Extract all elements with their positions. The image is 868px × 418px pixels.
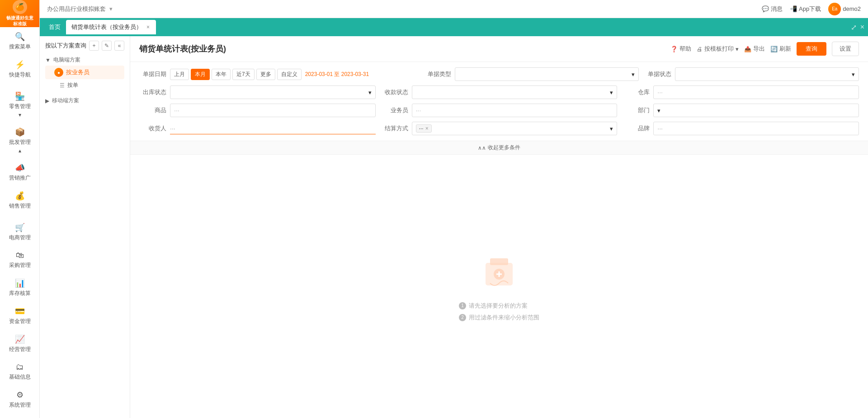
mobile-expand-icon: ▶ [45, 98, 49, 104]
sidebar-logo: 🍊 畅捷通好生意 标准版 [0, 0, 40, 27]
doc-type-select[interactable]: ▾ [455, 67, 639, 81]
out-status-select[interactable]: ▾ [170, 86, 376, 99]
main-area: 办公用品行业模拟账套 ▾ 💬 消息 📲 App下载 Ea demo2 首页 销货… [40, 0, 868, 418]
sidebar-item-label: 采购管理 [9, 261, 31, 269]
tab-close-button[interactable]: × [146, 23, 151, 31]
filter-row-1: 单据日期 上月 本月 本年 近7天 更多 自定义 2023-03-01 至 20… [139, 67, 859, 81]
sales-icon: 💰 [15, 191, 25, 201]
payment-tag: ··· × [416, 124, 432, 133]
sidebar-item-retail[interactable]: 🏪 零售管理 ▾ [0, 87, 40, 123]
sidebar-item-wholesale[interactable]: 📦 批发管理 ▴ [0, 123, 40, 158]
doc-status-dropdown-icon: ▾ [852, 71, 855, 78]
left-panel-header: 按以下方案查询 + ✎ « [40, 41, 130, 54]
right-panel: 销货单统计表(按业务员) ❓ 帮助 🖨 按模板打印 ▾ 📤 导出 [130, 36, 868, 418]
svg-rect-1 [490, 258, 508, 265]
filter-item-brand: 品牌 ··· [623, 122, 859, 135]
header-right: 💬 消息 📲 App下载 Ea demo2 [762, 3, 861, 15]
refresh-button[interactable]: 🔄 刷新 [770, 45, 791, 53]
print-icon: 🖨 [697, 46, 703, 52]
filter-item-receipt-status: 收款状态 ▾ [381, 86, 618, 99]
empty-tips: 1 请先选择要分析的方案 2 用过滤条件来缩小分析范围 [459, 300, 539, 323]
breadcrumb-dropdown-icon[interactable]: ▾ [109, 5, 113, 12]
filter-item-date: 单据日期 上月 本月 本年 近7天 更多 自定义 2023-03-01 至 20… [139, 69, 419, 80]
mobile-scheme-header[interactable]: ▶ 移动端方案 [45, 95, 124, 106]
department-select[interactable]: ▾ [653, 104, 859, 117]
filter-item-salesperson: 业务员 ··· [381, 104, 618, 117]
sidebar-item-basic[interactable]: 🗂 基础信息 [0, 358, 40, 385]
consignee-input[interactable]: ··· [170, 123, 376, 134]
pc-scheme-expand-icon: ▼ [45, 57, 51, 63]
sidebar-item-inventory[interactable]: 📊 库存核算 [0, 274, 40, 302]
message-icon: 💬 [762, 5, 769, 12]
salesperson-select[interactable]: ··· [412, 104, 618, 117]
tab-maximize-button[interactable]: ⤢ [851, 23, 857, 32]
sidebar-item-operation[interactable]: 📈 经营管理 [0, 330, 40, 358]
warehouse-select[interactable]: ··· [653, 86, 859, 99]
scheme-item-label: 按业务员 [66, 68, 90, 76]
app-download-button[interactable]: 📲 App下载 [790, 5, 821, 13]
settings-button[interactable]: 设置 [832, 42, 859, 56]
left-panel-header-actions: + ✎ « [89, 41, 124, 51]
tab-active[interactable]: 销货单统计表（按业务员） × [66, 20, 156, 34]
sidebar-item-label: 经营管理 [9, 346, 31, 353]
collapse-bar[interactable]: ∧∧ 收起更多条件 [130, 141, 868, 155]
export-button[interactable]: 📤 导出 [744, 45, 765, 53]
receipt-status-dropdown-icon: ▾ [610, 89, 613, 96]
edit-icon: ✎ [104, 43, 109, 49]
brand-label: 品牌 [623, 124, 650, 133]
filter-item-doc-type: 单据类型 ▾ [424, 67, 639, 81]
sidebar-item-marketing[interactable]: 📣 营销推广 [0, 158, 40, 186]
date-btn-7days[interactable]: 近7天 [232, 69, 255, 80]
sidebar-item-label: 销售管理 [9, 202, 31, 210]
filter-item-payment: 结算方式 ··· × ▾ [381, 122, 618, 135]
search-menu-icon: 🔍 [15, 32, 25, 42]
sidebar-item-quick-nav[interactable]: ⚡ 快捷导航 [0, 55, 40, 83]
date-btn-custom[interactable]: 自定义 [277, 69, 302, 80]
help-button[interactable]: ❓ 帮助 [670, 45, 691, 53]
scheme-sub-item-by-order[interactable]: ☰ 按单 [45, 79, 124, 91]
date-btn-this-month[interactable]: 本月 [191, 69, 210, 80]
goods-select[interactable]: ··· [170, 104, 376, 117]
sidebar-item-enterprise[interactable]: 🤝 企业协同 [0, 413, 40, 418]
sidebar-item-search-menu[interactable]: 🔍 搜索菜单 [0, 27, 40, 55]
edit-scheme-button[interactable]: ✎ [102, 41, 112, 51]
collapse-label: 收起更多条件 [488, 144, 520, 152]
content-area: 按以下方案查询 + ✎ « ▼ 电脑端方案 [40, 36, 868, 418]
app-download-icon: 📲 [790, 5, 797, 12]
payment-select[interactable]: ··· × ▾ [412, 122, 618, 135]
filter-item-doc-status: 单据状态 ▾ [644, 67, 859, 81]
ecommerce-icon: 🛒 [15, 223, 25, 233]
left-panel: 按以下方案查询 + ✎ « ▼ 电脑端方案 [40, 36, 130, 418]
receipt-status-select[interactable]: ▾ [412, 86, 618, 99]
department-dropdown-icon: ▾ [657, 107, 660, 114]
message-button[interactable]: 💬 消息 [762, 5, 783, 13]
print-button[interactable]: 🖨 按模板打印 ▾ [697, 45, 739, 53]
doc-status-select[interactable]: ▾ [675, 67, 859, 81]
sidebar-item-system[interactable]: ⚙ 系统管理 [0, 385, 40, 413]
salesperson-label: 业务员 [381, 106, 408, 114]
logo-text: 畅捷通好生意 [6, 15, 33, 21]
scheme-item-salesperson[interactable]: ● 按业务员 [45, 66, 124, 79]
pc-scheme-group-header[interactable]: ▼ 电脑端方案 [45, 54, 124, 66]
add-scheme-button[interactable]: + [89, 41, 99, 51]
date-btn-last-month[interactable]: 上月 [170, 69, 189, 80]
salesperson-dots: ··· [416, 107, 421, 114]
sidebar-item-finance[interactable]: 💳 资金管理 [0, 302, 40, 330]
date-btn-this-year[interactable]: 本年 [212, 69, 231, 80]
tab-home[interactable]: 首页 [43, 20, 66, 34]
quick-nav-icon: ⚡ [15, 60, 25, 70]
page-title: 销货单统计表(按业务员) [139, 43, 226, 54]
department-label: 部门 [623, 106, 650, 114]
wholesale-icon: 📦 [15, 127, 25, 137]
sidebar-item-purchase[interactable]: 🛍 采购管理 [0, 246, 40, 274]
date-btn-more[interactable]: 更多 [256, 69, 275, 80]
brand-select[interactable]: ··· [653, 122, 859, 135]
tab-closeall-button[interactable]: × [860, 23, 864, 31]
sidebar-item-sales[interactable]: 💰 销售管理 [0, 186, 40, 214]
payment-tag-close[interactable]: × [425, 125, 429, 132]
query-button[interactable]: 查询 [797, 42, 826, 56]
marketing-icon: 📣 [15, 163, 25, 173]
collapse-panel-button[interactable]: « [114, 41, 124, 51]
user-menu-button[interactable]: Ea demo2 [828, 3, 861, 15]
sidebar-item-ecommerce[interactable]: 🛒 电商管理 [0, 218, 40, 246]
